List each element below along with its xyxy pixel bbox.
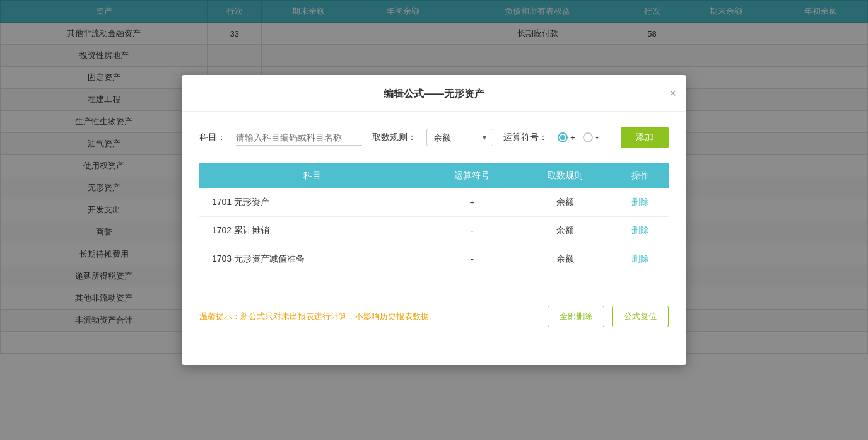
operator-label: 运算符号： (503, 132, 548, 143)
form-row: 科目： 取数规则： 余额 借方 贷方 借方发生额 贷方发生额 ▼ 运算符号： (199, 127, 669, 148)
col-action: 操作 (612, 163, 669, 188)
radio-group-operator: + - (558, 132, 599, 142)
row1-rule: 余额 (519, 188, 612, 217)
row2-subject: 1702 累计摊销 (199, 217, 426, 245)
modal-header: 编辑公式——无形资产 × (182, 75, 686, 112)
row2-delete-link[interactable]: 删除 (631, 225, 649, 235)
footer-buttons: 全部删除 公式复位 (548, 306, 669, 327)
modal-dialog: 编辑公式——无形资产 × 科目： 取数规则： 余额 借方 贷方 借方发生额 贷方… (182, 75, 686, 365)
row3-subject: 1703 无形资产减值准备 (199, 245, 426, 274)
subject-label: 科目： (199, 132, 226, 143)
table-row: 1701 无形资产 + 余额 删除 (199, 188, 669, 217)
row3-delete-link[interactable]: 删除 (631, 253, 649, 263)
radio-plus-label: + (570, 132, 575, 142)
table-header-row: 科目 运算符号 取数规则 操作 (199, 163, 669, 188)
table-row: 1702 累计摊销 - 余额 删除 (199, 217, 669, 245)
radio-minus-item[interactable]: - (583, 132, 599, 142)
modal-footer: 温馨提示：新公式只对未出报表进行计算，不影响历史报表数据。 全部删除 公式复位 (182, 298, 686, 340)
radio-minus-label: - (595, 132, 599, 142)
rule-label: 取数规则： (372, 132, 416, 143)
delete-all-button[interactable]: 全部删除 (548, 306, 604, 327)
row3-action: 删除 (612, 245, 669, 274)
modal-body: 科目： 取数规则： 余额 借方 贷方 借方发生额 贷方发生额 ▼ 运算符号： (182, 112, 686, 298)
row1-subject: 1701 无形资产 (199, 188, 426, 217)
col-rule: 取数规则 (519, 163, 612, 188)
table-row: 1703 无形资产减值准备 - 余额 删除 (199, 245, 669, 274)
radio-minus-circle (583, 132, 593, 142)
radio-plus-circle (558, 132, 568, 142)
modal-close-button[interactable]: × (669, 88, 676, 99)
modal-overlay: 编辑公式——无形资产 × 科目： 取数规则： 余额 借方 贷方 借方发生额 贷方… (0, 0, 868, 440)
row2-rule: 余额 (519, 217, 612, 245)
row2-operator: - (426, 217, 519, 245)
add-button[interactable]: 添加 (621, 127, 669, 148)
formula-table: 科目 运算符号 取数规则 操作 1701 无形资产 + 余额 删除 (199, 163, 669, 273)
rule-select-wrapper: 余额 借方 贷方 借方发生额 贷方发生额 ▼ (426, 129, 493, 146)
subject-input[interactable] (236, 130, 362, 146)
rule-select[interactable]: 余额 借方 贷方 借方发生额 贷方发生额 (426, 129, 493, 146)
col-operator: 运算符号 (426, 163, 519, 188)
radio-plus-item[interactable]: + (558, 132, 575, 142)
reset-formula-button[interactable]: 公式复位 (612, 306, 669, 327)
row1-operator: + (426, 188, 519, 217)
row3-operator: - (426, 245, 519, 274)
footer-tip: 温馨提示：新公式只对未出报表进行计算，不影响历史报表数据。 (199, 311, 437, 322)
modal-title: 编辑公式——无形资产 (384, 88, 484, 99)
row1-action: 删除 (612, 188, 669, 217)
row3-rule: 余额 (519, 245, 612, 274)
row1-delete-link[interactable]: 删除 (631, 197, 649, 207)
row2-action: 删除 (612, 217, 669, 245)
col-subject: 科目 (199, 163, 426, 188)
